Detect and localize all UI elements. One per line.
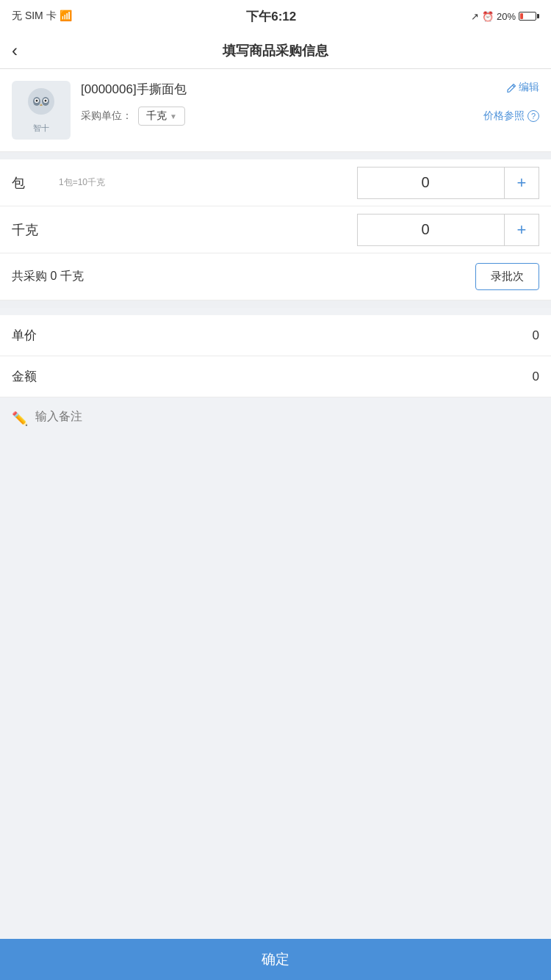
remarks-input[interactable] xyxy=(35,409,539,451)
amount-value: 0 xyxy=(533,370,539,384)
amount-label: 金额 xyxy=(12,368,37,385)
product-tag: 智十 xyxy=(33,123,49,134)
summary-row: 共采购 0 千克 录批次 xyxy=(0,253,551,300)
amount-row: 金额 0 xyxy=(0,356,551,397)
unit-label: 采购单位： xyxy=(81,109,132,123)
price-label: 单价 xyxy=(12,327,37,344)
bottom-space xyxy=(0,463,551,514)
status-left: 无 SIM 卡 📶 xyxy=(12,10,72,23)
help-icon: ? xyxy=(527,110,539,122)
page-title: 填写商品采购信息 xyxy=(223,42,328,60)
svg-point-6 xyxy=(45,100,47,102)
nav-bar: ‹ 填写商品采购信息 xyxy=(0,32,551,69)
batch-button[interactable]: 录批次 xyxy=(475,263,539,290)
confirm-button[interactable]: 确定 xyxy=(0,939,551,980)
svg-point-5 xyxy=(36,100,38,102)
price-reference-button[interactable]: 价格参照 ? xyxy=(483,109,539,123)
package-input[interactable] xyxy=(357,167,504,199)
kilogram-plus-button[interactable]: + xyxy=(504,214,539,246)
package-label: 包 xyxy=(12,174,56,192)
input-section: 包 1包=10千克 + 千克 + xyxy=(0,159,551,253)
info-section: 单价 0 金额 0 xyxy=(0,315,551,397)
edit-icon xyxy=(507,83,516,93)
price-value: 0 xyxy=(533,328,539,343)
back-button[interactable]: ‹ xyxy=(6,35,24,67)
package-plus-button[interactable]: + xyxy=(504,167,539,199)
kilogram-input[interactable] xyxy=(357,214,504,246)
kilogram-row: 千克 + xyxy=(0,206,551,253)
remarks-section: ✏️ xyxy=(0,397,551,463)
kilogram-label: 千克 xyxy=(12,221,56,239)
dropdown-icon: ▼ xyxy=(170,112,177,120)
product-info: [0000006]手撕面包 编辑 采购单位： 千克 ▼ 价格参照 ? xyxy=(81,81,539,126)
location-icon: ↗ xyxy=(471,11,479,22)
edit-button[interactable]: 编辑 xyxy=(507,81,539,94)
total-purchase-text: 共采购 0 千克 xyxy=(12,269,84,284)
package-row: 包 1包=10千克 + xyxy=(0,159,551,206)
price-row: 单价 0 xyxy=(0,315,551,356)
status-time: 下午6:12 xyxy=(246,8,296,25)
pencil-icon: ✏️ xyxy=(12,411,28,427)
product-card: 智十 [0000006]手撕面包 编辑 采购单位： 千克 ▼ 价格参照 xyxy=(0,69,551,152)
product-logo-icon xyxy=(26,87,56,121)
unit-select[interactable]: 千克 ▼ xyxy=(138,107,185,126)
product-name: [0000006]手撕面包 xyxy=(81,81,187,98)
alarm-icon: ⏰ xyxy=(482,11,494,22)
battery-percent: 20% xyxy=(497,11,516,22)
svg-point-0 xyxy=(28,88,54,115)
divider-2 xyxy=(0,300,551,308)
divider-1 xyxy=(0,152,551,159)
battery-icon xyxy=(519,12,539,21)
product-image: 智十 xyxy=(12,81,71,140)
status-right: ↗ ⏰ 20% xyxy=(471,11,539,22)
status-bar: 无 SIM 卡 📶 下午6:12 ↗ ⏰ 20% xyxy=(0,0,551,32)
package-sublabel: 1包=10千克 xyxy=(59,176,105,189)
unit-value: 千克 xyxy=(146,109,167,123)
